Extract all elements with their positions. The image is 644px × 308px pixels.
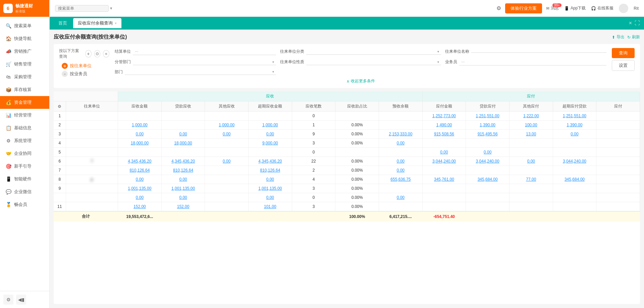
cell-ar-prepay[interactable]: 0.00: [379, 139, 423, 148]
cell-ar-amount[interactable]: 1,001,135.00: [118, 184, 162, 193]
cell-ap-overdue[interactable]: 1,390.00: [553, 121, 596, 130]
cell-ar-loan[interactable]: 1,001,135.00: [161, 184, 205, 193]
sidebar-settings-button[interactable]: ⚙: [3, 295, 13, 305]
search-input[interactable]: [55, 5, 109, 12]
cell-ar-other[interactable]: 0.00: [205, 157, 249, 166]
cell-ar-loan[interactable]: 810,126.64: [161, 166, 205, 175]
unit-nature-input[interactable]: ▾: [306, 59, 441, 65]
filter-collapse-button[interactable]: ∧ 收起更多条件: [115, 78, 606, 84]
export-button[interactable]: ⬆ 导出: [612, 34, 625, 40]
dept-input[interactable]: ▾: [133, 59, 276, 65]
cell-ap-other[interactable]: 100.00: [509, 121, 553, 130]
app-download-button[interactable]: 📱 App下载: [564, 5, 586, 11]
cell-ap-loan[interactable]: 1,251,551.00: [466, 112, 509, 121]
cell-ar-amount[interactable]: 810,126.64: [118, 166, 162, 175]
cell-ap-amount[interactable]: 0.00: [422, 148, 466, 157]
cell-ar-amount[interactable]: 0.00: [118, 130, 162, 139]
cell-ar-amount[interactable]: 4,345,436.20: [118, 157, 162, 166]
sidebar-item-sales[interactable]: 🛒 销售管理: [0, 58, 49, 71]
sidebar-collapse-button[interactable]: ◀▮: [16, 295, 26, 305]
sidebar-item-basicinfo[interactable]: 📋 基础信息: [0, 122, 49, 134]
cell-ar-overdue[interactable]: 9,000.00: [249, 139, 292, 148]
cell-ar-other[interactable]: 1,000.00: [205, 121, 249, 130]
cell-ar-amount[interactable]: 18,000.00: [118, 139, 162, 148]
cell-ap-amount[interactable]: 1,490.00: [422, 121, 466, 130]
cell-ap-overdue[interactable]: 3,044,240.00: [553, 157, 596, 166]
sidebar-item-inventory[interactable]: 📦 库存核算: [0, 83, 49, 96]
scheme-add-button[interactable]: +: [85, 50, 92, 57]
scheme-collapse-button[interactable]: «: [103, 50, 109, 57]
sidebar-item-business[interactable]: 📊 经营管理: [0, 109, 49, 122]
cell-ar-overdue[interactable]: 810,126.64: [249, 166, 292, 175]
sidebar-item-purchase[interactable]: 🛍 采购管理: [0, 71, 49, 83]
cell-ar-overdue[interactable]: 0.00: [249, 130, 292, 139]
cell-ar-loan[interactable]: 18,000.00: [161, 139, 205, 148]
cell-ar-overdue[interactable]: 101.00: [249, 202, 292, 212]
cell-ar-loan[interactable]: 152.00: [161, 202, 205, 212]
cell-ar-prepay[interactable]: 0.00: [379, 157, 423, 166]
cell-ar-amount[interactable]: 0.00: [118, 175, 162, 184]
sidebar-item-sysadmin[interactable]: ⚙ 系统管理: [0, 134, 49, 147]
dropdown-icon[interactable]: ▾: [110, 6, 112, 11]
cell-ap-overdue[interactable]: 345,684.00: [553, 175, 596, 184]
cell-ap-amount[interactable]: 1,252,773.00: [422, 112, 466, 121]
cell-ar-overdue[interactable]: 1,000.00: [249, 121, 292, 130]
cell-ar-prepay[interactable]: 2,153,333.00: [379, 130, 423, 139]
sidebar-item-search[interactable]: 🔍 搜索菜单: [0, 19, 49, 32]
cell-ar-overdue[interactable]: 1,001,135.00: [249, 184, 292, 193]
sidebar-item-member[interactable]: 🏅 畅会员: [0, 198, 49, 211]
sidebar-item-guide[interactable]: 🎯 新手引导: [0, 160, 49, 173]
tab-home[interactable]: 首页: [54, 18, 72, 28]
footer-ar-amount[interactable]: 19,553,472,6...: [118, 211, 162, 221]
cell-ar-amount[interactable]: 0.00: [118, 193, 162, 202]
cell-ar-loan[interactable]: 4,345,436.20: [161, 157, 205, 166]
settlement-unit-input[interactable]: ···: [133, 48, 276, 55]
cell-ar-amount[interactable]: 1,000.00: [118, 121, 162, 130]
message-button[interactable]: ✉ 消息 99+: [546, 5, 559, 11]
window-close-button[interactable]: ×: [629, 20, 632, 26]
filter-option-salesperson[interactable]: ○ 按业务员: [62, 71, 109, 77]
department-input[interactable]: ▾: [125, 69, 276, 75]
cell-ap-overdue[interactable]: 0.00: [553, 130, 596, 139]
promo-button[interactable]: 体验行业方案: [505, 3, 542, 13]
scheme-settings-button[interactable]: ⊙: [94, 50, 101, 57]
table-scroll[interactable]: 应收 应付 ⚙ 往来单位 应收金额 贷款应收 其他应收 超期应收金额: [54, 91, 640, 304]
cell-ap-other[interactable]: 0.00: [509, 157, 553, 166]
query-button[interactable]: 查询: [612, 48, 635, 58]
cell-ar-overdue[interactable]: 0.00: [249, 193, 292, 202]
unit-category-input[interactable]: ▾: [306, 49, 441, 55]
cell-ap-loan[interactable]: 3,044,240.00: [466, 157, 509, 166]
cell-ar-amount[interactable]: 152.00: [118, 202, 162, 212]
sidebar-item-cooperation[interactable]: 🤝 企业协同: [0, 147, 49, 160]
sidebar-item-hardware[interactable]: 📱 智能硬件: [0, 173, 49, 185]
cell-ap-other[interactable]: 77.00: [509, 175, 553, 184]
cell-ar-prepay[interactable]: 0.00: [379, 193, 423, 202]
cell-ar-loan[interactable]: 0.00: [161, 193, 205, 202]
tab-ar-query[interactable]: 应收应付余额查询 ×: [73, 18, 121, 28]
topbar-gear-icon[interactable]: ⚙: [496, 5, 501, 11]
cell-ar-other[interactable]: 0.00: [205, 130, 249, 139]
filter-option-unit[interactable]: ⊕ 按往来单位: [62, 63, 109, 69]
cell-ap-overdue[interactable]: 1,251,551.00: [553, 112, 596, 121]
cell-ap-loan[interactable]: 345,684.00: [466, 175, 509, 184]
cell-ap-amount[interactable]: 345,761.00: [422, 175, 466, 184]
cell-ap-loan[interactable]: 915,495.56: [466, 130, 509, 139]
cell-ap-loan[interactable]: 0.00: [466, 148, 509, 157]
setting-button[interactable]: 设置: [612, 60, 635, 71]
salesperson-input[interactable]: ···: [459, 58, 606, 65]
window-expand-button[interactable]: ⛶: [635, 20, 640, 26]
unit-name-input[interactable]: [471, 50, 606, 53]
cell-ar-prepay[interactable]: 0.00: [379, 166, 423, 175]
table-settings-icon[interactable]: ⚙: [58, 104, 61, 109]
cell-ar-loan[interactable]: 0.00: [161, 130, 205, 139]
cell-ar-overdue[interactable]: 4,345,436.20: [249, 157, 292, 166]
close-icon[interactable]: ×: [115, 21, 117, 25]
sidebar-item-quicknav[interactable]: 🏠 快捷导航: [0, 32, 49, 45]
sidebar-item-finance[interactable]: 💰 资金管理: [0, 96, 49, 109]
sidebar-item-marketing[interactable]: 📣 营销推广: [0, 45, 49, 58]
cell-ar-prepay[interactable]: 655,636.75: [379, 175, 423, 184]
cell-ap-other[interactable]: 13.00: [509, 130, 553, 139]
cell-ap-amount[interactable]: 915,508.56: [422, 130, 466, 139]
cell-ap-amount[interactable]: 3,044,240.00: [422, 157, 466, 166]
online-service-button[interactable]: 🎧 在线客服: [591, 5, 613, 11]
